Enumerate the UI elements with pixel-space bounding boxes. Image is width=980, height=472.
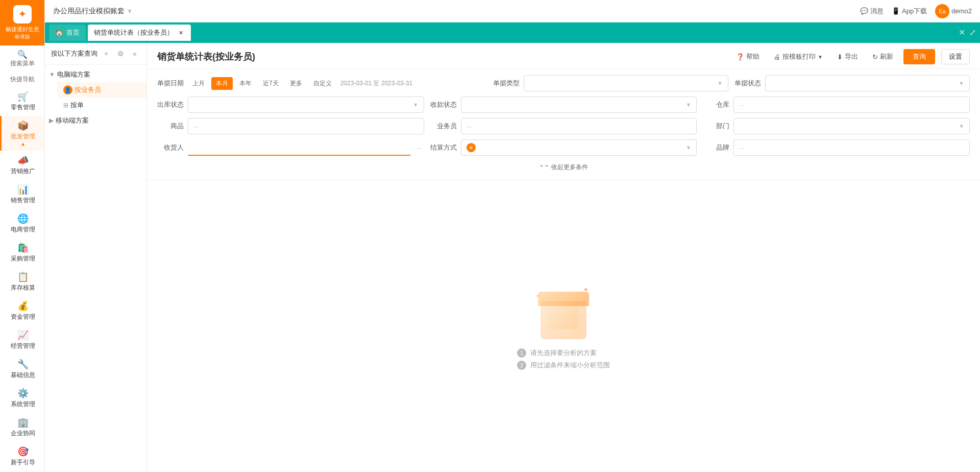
sidebar-nav-quick[interactable]: 快捷导航 [0,72,44,87]
empty-tip-1: 1 请先选择要分析的方案 [517,348,610,358]
salesperson-field: 业务员 ··· [430,118,697,134]
tab-close-icon[interactable]: ✕ [177,29,185,37]
sidebar-item-zero-retail[interactable]: 🛒 零售管理 [0,87,44,116]
sidebar-item-inventory[interactable]: 📋 库存核算 [0,267,44,296]
sidebar-item-ecommerce[interactable]: 🌐 电商管理 [0,209,44,238]
query-btn[interactable]: 查询 [903,49,935,64]
warehouse-select[interactable]: ··· [733,97,970,113]
payment-arrow-icon: ▼ [685,145,691,151]
tree-salesperson-label: 按业务员 [75,85,140,95]
export-btn[interactable]: ⬇ 导出 [833,50,862,63]
message-icon: 💬 [860,7,868,15]
payment-tag-close[interactable]: ✕ [467,143,476,152]
recv-status-arrow-icon: ▼ [685,102,691,108]
sidebar-item-system[interactable]: ⚙️ 系统管理 [0,384,44,413]
sidebar-item-label: 基础信息 [11,371,35,380]
page-header: 销货单统计表(按业务员) ❓ 帮助 🖨 按模板打印 ▼ ⬇ 导出 [147,43,980,69]
tab-sales-report[interactable]: 销货单统计表（按业务员） ✕ [88,25,191,41]
brand-field: 品牌 ··· [703,139,970,156]
consignee-input[interactable] [188,139,410,156]
doc-type-select[interactable]: ▼ [524,75,728,91]
tree-mobile-section[interactable]: ▶ 移动端方案 [45,113,146,128]
warehouse-field: 仓库 ··· [703,97,970,113]
out-status-field: 出库状态 ▼ [157,97,424,113]
collapse-btn[interactable]: ⌃⌃ 收起更多条件 [533,161,594,174]
payment-select[interactable]: ✕ ▼ [461,139,697,156]
sidebar-item-label: 零售管理 [11,103,35,112]
collapse-panel-btn[interactable]: « [129,48,140,59]
empty-illustration: ✦ ✦ [533,283,594,339]
date-btn-this-year[interactable]: 本年 [235,77,256,90]
out-status-select[interactable]: ▼ [188,97,424,113]
dept-arrow-icon: ▼ [959,123,964,129]
sidebar-logo[interactable]: ✦ 畅捷通好生意标准版 [0,0,45,45]
consignee-field: 收货人 ··· [157,139,424,156]
tree-order-icon: ⊞ [63,102,68,109]
user-action[interactable]: Ea demo2 [935,4,972,18]
goods-select[interactable]: ··· [188,118,424,134]
tree-order-item[interactable]: ⊞ 按单 [57,98,146,113]
refresh-btn[interactable]: ↻ 刷新 [868,50,897,63]
doc-type-field: 单据类型 ▼ [493,75,728,91]
settings-scheme-btn[interactable]: ⚙ [115,48,126,59]
brand-select[interactable]: ··· [733,139,970,156]
zero-retail-icon: 🛒 [17,91,29,102]
home-icon: 🏠 [55,29,63,37]
sidebar-item-enterprise[interactable]: 🏢 企业协同 [0,413,44,442]
doc-status-select[interactable]: ▼ [765,75,970,91]
date-btn-custom[interactable]: 自定义 [309,77,336,90]
tree-section: ▼ 电脑端方案 👤 按业务员 ⊞ 按单 ▶ 移动端方案 [45,65,146,130]
app-name[interactable]: 办公用品行业模拟账套 ▼ [53,7,133,16]
salesperson-placeholder: ··· [467,123,472,130]
tree-pc-label: 电脑端方案 [57,70,140,79]
out-status-arrow-icon: ▼ [413,102,419,108]
sidebar-item-newbie[interactable]: 🎯 新手引导 [0,442,44,471]
empty-tips: 1 请先选择要分析的方案 2 用过滤条件来缩小分析范围 [517,348,610,370]
sidebar-item-operations[interactable]: 📈 经营管理 [0,325,44,355]
enterprise-icon: 🏢 [17,417,29,428]
tabbar-expand-btn[interactable]: ⤢ [969,29,976,37]
sales-icon: 📊 [17,184,29,195]
page-header-actions: ❓ 帮助 🖨 按模板打印 ▼ ⬇ 导出 ↻ 刷新 [732,49,970,64]
sidebar-item-label: 经营管理 [11,342,35,350]
salesperson-label: 业务员 [430,122,457,131]
dept-select[interactable]: ▼ [733,118,970,134]
print-btn[interactable]: 🖨 按模板打印 ▼ [770,50,827,63]
sidebar-search[interactable]: 🔍 搜索菜单 [0,45,44,72]
sidebar-item-label: 销售管理 [11,196,35,205]
brand-placeholder: ··· [739,144,745,152]
settings-btn[interactable]: 设置 [941,49,970,64]
left-panel-header: 按以下方案查询 ＋ ⚙ « [45,43,146,65]
sidebar-item-label: 电商管理 [11,225,35,234]
date-btn-last-month[interactable]: 上月 [188,77,209,90]
message-action[interactable]: 💬 消息 [860,7,884,16]
tree-salesperson-item[interactable]: 👤 按业务员 [57,82,146,98]
help-btn[interactable]: ❓ 帮助 [732,50,764,63]
sidebar-item-label: 采购管理 [11,254,35,263]
sidebar-item-label: 营销推广 [11,167,35,176]
payment-field: 结算方式 ✕ ▼ [430,139,697,156]
sidebar: ✦ 畅捷通好生意标准版 🔍 搜索菜单 快捷导航 🛒 零售管理 📦 批发管理 ▲ … [0,0,45,472]
sidebar-item-marketing[interactable]: 📣 营销推广 [0,151,44,180]
sidebar-item-basic[interactable]: 🔧 基础信息 [0,355,44,384]
topbar: 办公用品行业模拟账套 ▼ 💬 消息 📱 App下载 Ea demo2 [45,0,980,22]
date-btn-this-month[interactable]: 本月 [211,77,233,90]
consignee-more-icon[interactable]: ··· [414,144,424,152]
sidebar-item-purchase[interactable]: 🛍️ 采购管理 [0,238,44,267]
tabbar-actions: ✕ ⤢ [959,29,976,37]
sidebar-item-sales[interactable]: 📊 销售管理 [0,180,44,209]
salesperson-select[interactable]: ··· [461,118,697,134]
download-action[interactable]: 📱 App下载 [892,7,927,16]
date-btn-more[interactable]: 更多 [285,77,307,90]
sidebar-item-wholesale[interactable]: 📦 批发管理 ▲ [0,116,44,151]
payment-label: 结算方式 [430,143,457,152]
date-btn-7days[interactable]: 近7天 [258,77,283,90]
tabbar-close-btn[interactable]: ✕ [959,29,965,37]
tab-home[interactable]: 🏠 首页 [49,25,86,41]
out-status-label: 出库状态 [157,100,184,109]
tree-pc-section[interactable]: ▼ 电脑端方案 [45,67,146,82]
sidebar-item-finance[interactable]: 💰 资金管理 [0,296,44,325]
add-scheme-btn[interactable]: ＋ [101,48,112,59]
sparkle-icon: ✦ [583,286,589,294]
recv-status-select[interactable]: ▼ [461,97,697,113]
